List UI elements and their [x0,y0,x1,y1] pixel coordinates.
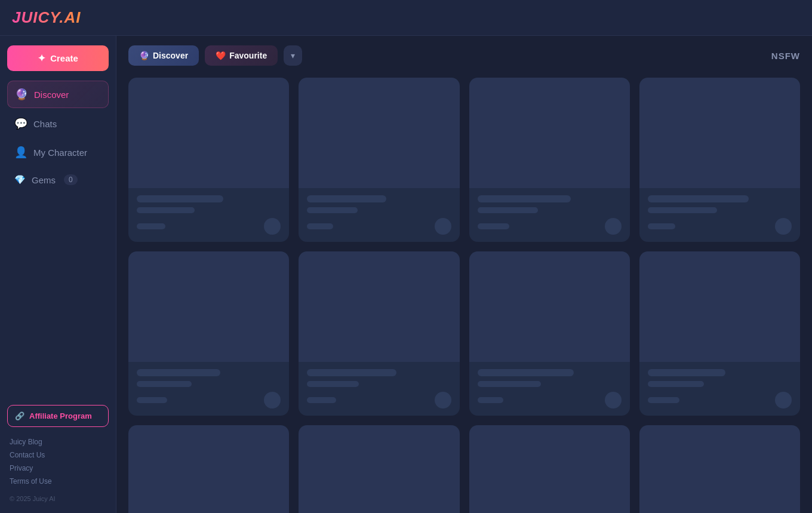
discover-icon: 🔮 [15,88,28,101]
header: JUICY.AI [0,0,812,36]
card-tag-skeleton [307,397,336,403]
card-tag-skeleton [478,223,509,229]
card[interactable] [128,425,289,513]
card-subtitle-skeleton [478,381,541,387]
create-button[interactable]: ✦ Create [7,45,109,71]
sidebar-spacer [7,194,109,405]
card-image [639,425,800,513]
favourite-tab-emoji: ❤️ [216,51,226,60]
card-tag-skeleton [137,397,167,403]
card-image [639,251,800,362]
card[interactable] [128,78,289,242]
sidebar-item-my-character[interactable]: 👤 My Character [7,139,109,165]
card-subtitle-skeleton [307,381,359,387]
card-bottom [469,362,630,416]
sidebar-item-chats[interactable]: 💬 Chats [7,110,109,137]
card[interactable] [128,251,289,416]
card-avatar-skeleton [605,392,622,408]
card-subtitle-skeleton [478,207,538,213]
card-subtitle-skeleton [648,381,704,387]
copyright: © 2025 Juicy AI [7,494,109,503]
card[interactable] [469,251,630,416]
card[interactable] [299,78,459,242]
nsfw-label: NSFW [771,51,800,61]
sidebar-item-my-character-label: My Character [33,148,87,158]
card-bottom [128,188,289,242]
sidebar: ✦ Create 🔮 Discover 💬 Chats 👤 My Charact… [0,36,116,513]
card-title-skeleton [137,195,223,202]
card[interactable] [299,425,459,513]
card-bottom [639,362,800,416]
card-image [299,251,459,362]
card-title-skeleton [648,195,749,202]
card[interactable] [639,78,800,242]
card-bottom [128,362,289,416]
card-avatar-skeleton [264,218,281,235]
sidebar-item-chats-label: Chats [33,119,57,129]
card[interactable] [469,425,630,513]
main-content: 🔮 Discover ❤️ Favourite ▾ NSFW [116,36,812,513]
card-tag-skeleton [137,223,165,229]
card-image [128,78,289,188]
create-label: Create [50,53,78,63]
sidebar-item-discover[interactable]: 🔮 Discover [7,81,109,108]
card-avatar-skeleton [605,218,622,235]
tab-favourite[interactable]: ❤️ Favourite [205,45,278,66]
card-grid [128,78,800,513]
card-subtitle-skeleton [137,381,192,387]
card-image [469,78,630,188]
tab-more-button[interactable]: ▾ [284,45,302,66]
card[interactable] [639,425,800,513]
layout: ✦ Create 🔮 Discover 💬 Chats 👤 My Charact… [0,36,812,513]
logo: JUICY.AI [12,8,81,27]
sidebar-item-discover-label: Discover [34,90,69,100]
favourite-tab-label: Favourite [229,51,267,60]
card-avatar-skeleton [775,218,792,235]
card-bottom [639,188,800,242]
card-title-skeleton [307,195,386,202]
card-avatar-skeleton [435,392,451,408]
card-tag-skeleton [648,223,675,229]
footer-link-blog[interactable]: Juicy Blog [7,437,109,447]
card-image [128,425,289,513]
tab-discover[interactable]: 🔮 Discover [128,45,199,66]
card-title-skeleton [648,369,725,376]
card-bottom [299,362,459,416]
footer-link-contact[interactable]: Contact Us [7,450,109,460]
card-image [299,425,459,513]
card-meta-row [648,218,792,235]
card-meta-row [478,218,622,235]
card-meta-row [137,218,281,235]
card-avatar-skeleton [264,392,281,408]
card[interactable] [639,251,800,416]
card-tag-skeleton [307,223,333,229]
discover-tab-label: Discover [153,51,188,60]
card-bottom [469,188,630,242]
card[interactable] [299,251,459,416]
card-meta-row [648,392,792,408]
card-image [469,251,630,362]
card-meta-row [307,392,451,408]
gems-badge: 0 [64,174,78,185]
card-subtitle-skeleton [137,207,195,213]
card-image [469,425,630,513]
card-tag-skeleton [478,397,503,403]
affiliate-button[interactable]: 🔗 Affiliate Program [7,405,109,427]
card-subtitle-skeleton [307,207,357,213]
card-bottom [299,188,459,242]
card-title-skeleton [307,369,396,376]
discover-tab-emoji: 🔮 [139,51,149,60]
card-title-skeleton [137,369,220,376]
my-character-icon: 👤 [14,146,27,159]
sidebar-item-gems[interactable]: 💎 Gems 0 [7,168,109,192]
chats-icon: 💬 [14,117,27,130]
card[interactable] [469,78,630,242]
gems-label: Gems [32,175,56,185]
footer-link-privacy[interactable]: Privacy [7,463,109,474]
card-avatar-skeleton [435,218,451,235]
footer-links: Juicy Blog Contact Us Privacy Terms of U… [7,437,109,503]
footer-link-terms[interactable]: Terms of Use [7,476,109,487]
chevron-down-icon: ▾ [291,51,295,60]
create-icon: ✦ [38,53,45,64]
card-title-skeleton [478,195,571,202]
